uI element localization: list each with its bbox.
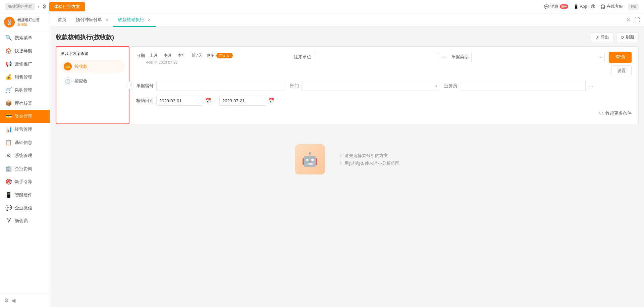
page-content: 收款核销执行(按收款) ↗ 导出 ↺ 刷新 按以下方案查询 (50, 27, 644, 307)
sidebar-label-purchase: 采购管理 (15, 87, 32, 93)
filter-actions: 查询 设置 (609, 52, 632, 76)
tab-receipt-close-icon[interactable]: ✕ (148, 17, 151, 22)
operation-icon: 📊 (5, 126, 12, 133)
home-icon: 🏠 (5, 48, 12, 54)
brand-name: 畅捷通好生意 (5, 3, 35, 10)
settings-button[interactable]: 设置 (611, 65, 632, 76)
sidebar-item-basic-info[interactable]: 📋 基础信息 (0, 136, 50, 149)
offset-date-end-input[interactable] (219, 96, 266, 106)
sidebar-gear-icon[interactable]: ⚙ (4, 297, 9, 304)
sidebar-collapse-icon[interactable]: ◀ (11, 297, 15, 304)
sidebar-item-finance[interactable]: 💳 资金管理 (0, 110, 50, 123)
empty-hint-1-text: 请先选择要分析的方案 (344, 152, 388, 159)
collapse-more-button[interactable]: ∧∧ 收起更多条件 (136, 108, 632, 118)
tab-prepay-offset[interactable]: 预付冲应付单 ✕ (71, 13, 113, 27)
system-icon: ⚙ (5, 152, 12, 159)
sidebar-item-search-menu[interactable]: 🔍 搜索菜单 (0, 31, 50, 44)
counterparty-input[interactable] (314, 52, 439, 62)
offset-date-start-input[interactable] (156, 96, 203, 106)
empty-robot-icon: 🤖 (295, 144, 325, 174)
staff-input[interactable] (460, 81, 586, 91)
logo-icon: 🐰 (4, 17, 15, 28)
offset-date-end-cal-icon[interactable]: 📅 (268, 98, 274, 103)
date-btn-more[interactable]: 更多 (206, 53, 214, 58)
tab-receipt-label: 收款核销执行 (118, 17, 144, 23)
filter-option-by-receipt[interactable]: 💳 按收款 (60, 60, 125, 73)
sales-icon: 💰 (5, 74, 12, 80)
empty-num-1: ① (338, 152, 342, 159)
by-receipt-label: 按收款 (74, 63, 88, 69)
date-btn-last-month[interactable]: 上月 (148, 52, 160, 59)
sidebar-item-hardware[interactable]: 📱 智能硬件 (0, 188, 50, 201)
sidebar-label-inventory: 库存核算 (15, 100, 32, 106)
filter-right-panel: 日期 上月 本月 本年 近7天 更多 自定义 (129, 46, 639, 124)
staff-dots-icon[interactable]: ··· (588, 84, 594, 89)
filter-field-date: 日期 上月 本月 本年 近7天 更多 自定义 (136, 52, 290, 59)
query-button[interactable]: 查询 (609, 52, 632, 63)
export-icon: ↗ (595, 35, 599, 40)
sidebar-label-search-menu: 搜索菜单 (15, 35, 32, 41)
sidebar-item-system[interactable]: ⚙ 系统管理 (0, 149, 50, 162)
tab-bar-close-icon[interactable]: ✕ (625, 15, 632, 24)
dept-select[interactable]: ▾ (302, 81, 440, 91)
empty-num-2: ② (338, 159, 342, 167)
date-btn-this-year[interactable]: 本年 (176, 52, 188, 59)
filter-option-by-receivable[interactable]: 🕐 按应收 (60, 75, 125, 88)
sidebar-label-guide: 新手引导 (15, 179, 32, 185)
sidebar-item-enterprise[interactable]: 🏢 企业协同 (0, 162, 50, 175)
sidebar-label-operation: 经营管理 (15, 126, 32, 133)
date-dash: — (213, 98, 217, 103)
customer-service-button[interactable]: 🎧 在线客服 (600, 4, 623, 9)
sidebar-item-quick-nav[interactable]: 🏠 快捷导航 (0, 44, 50, 57)
sidebar-item-sales[interactable]: 💰 销售管理 (0, 70, 50, 84)
tab-receipt-offset[interactable]: 收款核销执行 ✕ (113, 13, 156, 27)
basic-info-icon: 📋 (5, 139, 12, 146)
collapse-more-icon: ∧∧ (598, 111, 604, 116)
sidebar-item-operation[interactable]: 📊 经营管理 (0, 123, 50, 136)
sidebar-label-quick-nav: 快捷导航 (15, 48, 32, 54)
top-bar-left: 畅捷通好生意 ▾ ⚙ 体验行业方案 (5, 2, 85, 11)
sidebar-bottom: ⚙ ◀ (0, 294, 50, 307)
sidebar-item-member[interactable]: V 畅会员 (0, 214, 50, 227)
offset-date-label: 核销日期 (136, 98, 154, 104)
date-custom-badge[interactable]: 自定义 (216, 53, 233, 58)
app-download-button[interactable]: 📱 App下载 (574, 4, 595, 9)
filter-row-1: 日期 上月 本月 本年 近7天 更多 自定义 (136, 52, 290, 59)
doc-type-select[interactable]: ▾ (471, 52, 605, 62)
guide-icon: 🎯 (5, 178, 12, 185)
chevron-down-icon[interactable]: ▾ (38, 5, 39, 8)
tab-bar: 首页 预付冲应付单 ✕ 收款核销执行 ✕ ✕ ⛶ (50, 13, 644, 27)
sidebar-label-enterprise: 企业协同 (15, 166, 32, 172)
date-range-info: 不限 至 2023-07-26 (146, 60, 177, 64)
sidebar-item-wechat[interactable]: 💬 企业微信 (0, 201, 50, 214)
export-button[interactable]: ↗ 导出 (591, 32, 613, 42)
sidebar-item-marketing[interactable]: 📢 营销推广 (0, 57, 50, 70)
refresh-button[interactable]: ↺ 刷新 (616, 32, 639, 42)
sidebar-item-guide[interactable]: 🎯 新手引导 (0, 175, 50, 188)
purchase-icon: 🛒 (5, 87, 12, 93)
doc-no-input[interactable] (156, 81, 286, 91)
user-name[interactable]: Rit (628, 4, 639, 10)
tab-home[interactable]: 首页 (53, 13, 71, 27)
filter-collapse-button[interactable]: 《 (126, 81, 134, 89)
collapse-left-icon: 《 (128, 83, 132, 88)
message-label: 消息 (550, 4, 558, 9)
empty-hint-2: ② 用[过滤]条件来缩小分析范围 (338, 159, 399, 167)
solution-button[interactable]: 体验行业方案 (49, 2, 85, 11)
sidebar-label-wechat: 企业微信 (15, 205, 32, 211)
message-button[interactable]: 💬 消息 99+ (544, 4, 568, 9)
offset-date-start-cal-icon[interactable]: 📅 (205, 98, 211, 103)
tab-prepay-close-icon[interactable]: ✕ (105, 17, 109, 22)
app-download-label: App下载 (580, 4, 595, 9)
sidebar-item-inventory[interactable]: 📦 库存核算 (0, 97, 50, 110)
content-area: 首页 预付冲应付单 ✕ 收款核销执行 ✕ ✕ ⛶ 收款核销执行(按收款) (50, 13, 644, 307)
date-btn-7days[interactable]: 近7天 (190, 52, 204, 59)
tab-bar-expand-icon[interactable]: ⛶ (633, 16, 641, 24)
sidebar-label-member: 畅会员 (15, 218, 28, 224)
app-icon: 📱 (574, 4, 579, 9)
date-btn-this-month[interactable]: 本月 (162, 52, 174, 59)
sidebar-item-purchase[interactable]: 🛒 采购管理 (0, 84, 50, 97)
by-receivable-label: 按应收 (74, 78, 88, 84)
settings-icon[interactable]: ⚙ (42, 3, 47, 10)
counterparty-dots-icon[interactable]: ··· (442, 55, 447, 60)
